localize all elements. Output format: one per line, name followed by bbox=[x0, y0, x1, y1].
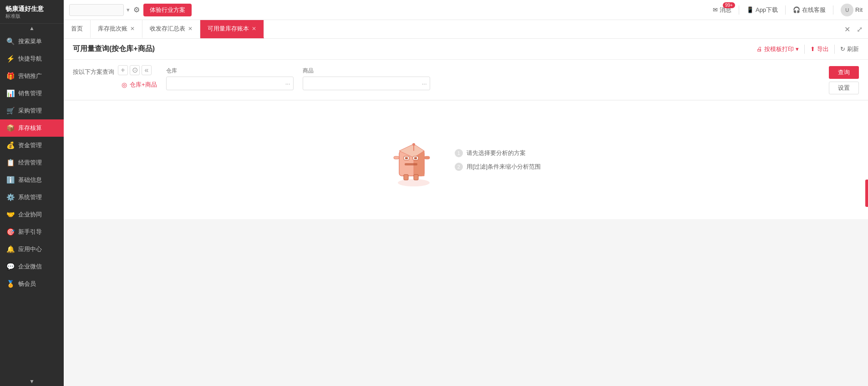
tab-inventory-batch[interactable]: 库存批次账 ✕ bbox=[91, 20, 142, 38]
warehouse-field-label: 仓库 bbox=[166, 67, 294, 75]
tab-close-available-stock[interactable]: ✕ bbox=[252, 26, 256, 32]
tab-inventory-batch-label: 库存批次账 bbox=[98, 25, 127, 33]
svg-point-10 bbox=[412, 143, 415, 146]
refresh-button[interactable]: ↻ 刷新 bbox=[840, 45, 859, 53]
warehouse-input[interactable] bbox=[169, 80, 283, 87]
export-label: 导出 bbox=[817, 45, 829, 53]
sidebar-scroll-up[interactable]: ▲ bbox=[0, 24, 64, 33]
sidebar-item-label: 应用中心 bbox=[18, 245, 42, 253]
message-button[interactable]: ✉ 消息 99+ bbox=[713, 6, 731, 14]
svg-rect-14 bbox=[424, 156, 430, 159]
search-icon: 🔍 bbox=[6, 37, 15, 46]
purchase-icon: 🛒 bbox=[6, 107, 15, 115]
topbar-search-input[interactable] bbox=[69, 4, 124, 16]
add-scheme-button[interactable]: + bbox=[118, 65, 128, 75]
tab-close-inventory-batch[interactable]: ✕ bbox=[130, 26, 135, 32]
sidebar-item-search[interactable]: 🔍 搜索菜单 bbox=[0, 33, 64, 50]
sidebar-item-basic[interactable]: ℹ️ 基础信息 bbox=[0, 171, 64, 189]
online-service-button[interactable]: 🎧 在线客服 bbox=[793, 6, 826, 14]
service-label: 在线客服 bbox=[802, 6, 826, 14]
sidebar-item-label: 营销推广 bbox=[18, 72, 42, 80]
sidebar-item-label: 资金管理 bbox=[18, 141, 42, 149]
svg-point-0 bbox=[398, 179, 430, 186]
divider5 bbox=[834, 45, 835, 54]
query-actions: 查询 设置 bbox=[829, 65, 859, 94]
system-icon: ⚙️ bbox=[6, 193, 15, 201]
sidebar-item-appcenter[interactable]: 🔔 应用中心 bbox=[0, 241, 64, 258]
user-profile[interactable]: U Rit bbox=[841, 4, 863, 16]
industry-solution-button[interactable]: 体验行业方案 bbox=[143, 4, 192, 16]
tab-close-stock-summary[interactable]: ✕ bbox=[188, 26, 193, 32]
sidebar-item-sales[interactable]: 📊 销售管理 bbox=[0, 85, 64, 102]
sidebar-item-collab[interactable]: 🤝 企业协同 bbox=[0, 206, 64, 223]
goods-more-icon[interactable]: ··· bbox=[422, 80, 427, 87]
page-header: 可用量查询(按仓库+商品) 🖨 按模板打印 ▾ ⬆ 导出 ↻ 刷新 bbox=[64, 39, 868, 60]
svg-rect-13 bbox=[394, 156, 399, 159]
filter-fields: 仓库 ··· 商品 ··· bbox=[166, 65, 823, 90]
filter-scheme-tools: + ⊙ « bbox=[118, 65, 161, 75]
sidebar-scroll-down[interactable]: ▼ bbox=[0, 377, 64, 386]
tab-stock-summary[interactable]: 收发存汇总表 ✕ bbox=[142, 20, 200, 38]
hint-item-1: 1 请先选择要分析的方案 bbox=[455, 149, 541, 157]
tab-available-stock[interactable]: 可用量库存账本 ✕ bbox=[200, 20, 264, 38]
sidebar-nav: 🔍 搜索菜单 ⚡ 快捷导航 🎁 营销推广 📊 销售管理 🛒 采购管理 📦 库存核… bbox=[0, 33, 64, 377]
sidebar-item-wxwork[interactable]: 💬 企业微信 bbox=[0, 258, 64, 275]
sidebar-item-finance[interactable]: 💰 资金管理 bbox=[0, 137, 64, 154]
newuser-icon: 🎯 bbox=[6, 228, 15, 236]
tab-home-label: 首页 bbox=[71, 25, 83, 33]
sidebar-item-newuser[interactable]: 🎯 新手引导 bbox=[0, 223, 64, 241]
expand-tab-button[interactable]: ⤢ bbox=[855, 24, 864, 35]
tab-home[interactable]: 首页 bbox=[64, 20, 91, 38]
gear-icon[interactable]: ⚙ bbox=[133, 5, 140, 14]
tab-available-stock-label: 可用量库存账本 bbox=[208, 25, 249, 33]
sidebar-item-purchase[interactable]: 🛒 采购管理 bbox=[0, 102, 64, 119]
goods-input[interactable] bbox=[306, 80, 419, 87]
message-badge: 99+ bbox=[723, 2, 735, 8]
hint-text-2: 用[过滤]条件来缩小分析范围 bbox=[467, 163, 541, 171]
empty-illustration bbox=[391, 137, 437, 183]
scheme-item-warehouse-goods[interactable]: ◎ 仓库+商品 bbox=[118, 79, 161, 91]
warehouse-more-icon[interactable]: ··· bbox=[285, 80, 290, 87]
sidebar-item-label: 企业协同 bbox=[18, 211, 42, 219]
sidebar-item-quicknav[interactable]: ⚡ 快捷导航 bbox=[0, 50, 64, 67]
query-button[interactable]: 查询 bbox=[829, 66, 859, 79]
divider2 bbox=[785, 5, 786, 15]
app-edition: 标准版 bbox=[5, 13, 58, 20]
right-scroll-handle[interactable] bbox=[865, 180, 868, 207]
topbar-input-area: ▾ bbox=[69, 4, 130, 16]
dropdown-icon[interactable]: ▾ bbox=[127, 6, 130, 13]
app-download-button[interactable]: 📱 App下载 bbox=[746, 6, 778, 14]
svg-rect-6 bbox=[405, 157, 408, 159]
quicknav-icon: ⚡ bbox=[6, 55, 15, 63]
svg-rect-12 bbox=[414, 175, 418, 180]
hint-item-2: 2 用[过滤]条件来缩小分析范围 bbox=[455, 163, 541, 171]
page-content: 可用量查询(按仓库+商品) 🖨 按模板打印 ▾ ⬆ 导出 ↻ 刷新 bbox=[64, 39, 868, 386]
inventory-icon: 📦 bbox=[6, 124, 15, 132]
filter-area: 按以下方案查询 + ⊙ « ◎ 仓库+商品 仓库 bbox=[64, 60, 868, 100]
topbar: ▾ ⚙ 体验行业方案 ✉ 消息 99+ 📱 App下载 🎧 在线客服 U bbox=[64, 0, 868, 20]
empty-state: 1 请先选择要分析的方案 2 用[过滤]条件来缩小分析范围 bbox=[64, 101, 868, 219]
sidebar: 畅康通好生意 标准版 ▲ 🔍 搜索菜单 ⚡ 快捷导航 🎁 营销推广 📊 销售管理… bbox=[0, 0, 64, 386]
settings-scheme-button[interactable]: ⊙ bbox=[130, 65, 140, 75]
tab-stock-summary-label: 收发存汇总表 bbox=[150, 25, 185, 33]
collapse-scheme-button[interactable]: « bbox=[142, 65, 152, 75]
page-title: 可用量查询(按仓库+商品) bbox=[73, 44, 155, 54]
sidebar-item-business[interactable]: 📋 经营管理 bbox=[0, 154, 64, 171]
setting-button[interactable]: 设置 bbox=[829, 82, 859, 94]
print-dropdown-icon[interactable]: ▾ bbox=[796, 46, 799, 52]
sales-icon: 📊 bbox=[6, 89, 15, 98]
sidebar-item-member[interactable]: 🏅 畅会员 bbox=[0, 275, 64, 293]
sidebar-item-system[interactable]: ⚙️ 系统管理 bbox=[0, 189, 64, 206]
export-icon: ⬆ bbox=[810, 46, 815, 52]
sidebar-item-inventory[interactable]: 📦 库存核算 bbox=[0, 119, 64, 137]
print-button[interactable]: 🖨 按模板打印 ▾ bbox=[756, 45, 799, 53]
basic-icon: ℹ️ bbox=[6, 176, 15, 184]
close-tab-button[interactable]: ✕ bbox=[843, 24, 852, 35]
goods-field-label: 商品 bbox=[303, 67, 430, 75]
export-button[interactable]: ⬆ 导出 bbox=[810, 45, 829, 53]
sidebar-item-marketing[interactable]: 🎁 营销推广 bbox=[0, 67, 64, 85]
print-icon: 🖨 bbox=[756, 46, 762, 52]
appcenter-icon: 🔔 bbox=[6, 245, 15, 253]
sidebar-logo: 畅康通好生意 标准版 bbox=[0, 0, 64, 24]
filter-field-warehouse: 仓库 ··· bbox=[166, 67, 294, 90]
